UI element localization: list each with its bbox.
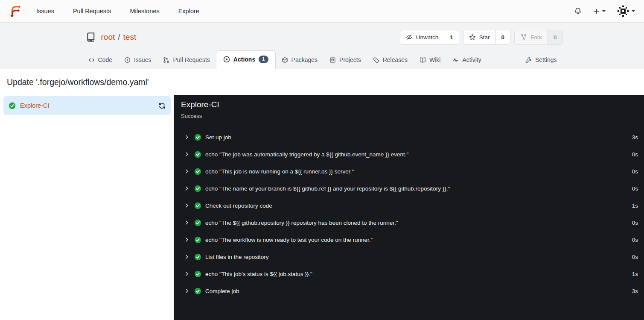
step-row[interactable]: echo "This job is now running on a ${{ r… — [174, 163, 644, 180]
repo-tab-bar: CodeIssuesPull RequestsActions1PackagesP… — [82, 50, 563, 69]
repo-path-separator: / — [118, 32, 120, 42]
job-status-text: Success — [181, 113, 637, 119]
step-duration: 0s — [632, 168, 638, 175]
step-name: echo "The workflow is now ready to test … — [205, 237, 373, 243]
commit-title: Update '.forgejo/workflows/demo.yaml' — [0, 69, 644, 95]
sync-icon — [158, 102, 166, 109]
main-content: Update '.forgejo/workflows/demo.yaml' Ex… — [0, 69, 644, 320]
step-row[interactable]: echo "The job was automatically triggere… — [174, 146, 644, 163]
check-circle-icon — [194, 168, 201, 175]
fork-button-group: Fork0 — [514, 30, 563, 45]
step-row[interactable]: List files in the repository0s — [174, 248, 644, 265]
step-row[interactable]: Set up job3s — [174, 129, 644, 146]
jobs-sidebar: Explore-CI — [0, 95, 174, 320]
step-duration: 0s — [632, 185, 638, 192]
repo-header: root / test Unwatch1Star0Fork0 CodeIssue… — [0, 23, 644, 69]
fork-button: Fork — [515, 30, 548, 44]
nav-link-issues[interactable]: Issues — [36, 8, 54, 15]
tab-releases[interactable]: Releases — [367, 52, 414, 69]
tab-wiki[interactable]: Wiki — [414, 52, 446, 69]
nav-link-pull-requests[interactable]: Pull Requests — [73, 8, 111, 15]
job-log-panel: Explore-CI Success Set up job3secho "The… — [174, 95, 644, 320]
job-list-item-explore-ci[interactable]: Explore-CI — [3, 96, 171, 115]
chevron-right-icon — [184, 186, 189, 191]
check-circle-icon — [194, 151, 201, 158]
create-new-button[interactable] — [593, 8, 606, 15]
check-circle-icon — [194, 134, 201, 141]
tab-packages[interactable]: Packages — [276, 52, 323, 69]
chevron-right-icon — [184, 271, 189, 276]
repo-action-buttons: Unwatch1Star0Fork0 — [400, 30, 563, 45]
fork-icon — [520, 34, 527, 41]
issues-icon — [124, 57, 131, 63]
step-row[interactable]: Complete job3s — [174, 282, 644, 299]
step-name: echo "The name of your branch is ${{ git… — [205, 185, 450, 192]
tab-badge: 1 — [259, 56, 268, 63]
star-icon — [469, 34, 476, 41]
tab-label: Actions — [233, 56, 255, 63]
code-icon — [88, 57, 95, 63]
tab-activity[interactable]: Activity — [446, 52, 487, 69]
book-icon — [420, 57, 426, 63]
forgejo-logo[interactable] — [9, 4, 22, 18]
rerun-job-button[interactable] — [158, 102, 166, 109]
nav-link-explore[interactable]: Explore — [178, 8, 199, 15]
job-steps-list: Set up job3secho "The job was automatica… — [174, 125, 644, 299]
step-duration: 0s — [632, 237, 638, 243]
chevron-right-icon — [184, 203, 189, 208]
plus-icon — [593, 8, 600, 15]
star-button[interactable]: Star — [463, 30, 495, 44]
step-row[interactable]: echo "The name of your branch is ${{ git… — [174, 180, 644, 197]
check-circle-icon — [194, 202, 201, 209]
star-count[interactable]: 0 — [495, 30, 510, 44]
step-duration: 0s — [632, 151, 638, 158]
tools-icon — [525, 57, 532, 63]
tab-label: Projects — [339, 56, 361, 63]
step-row[interactable]: echo "This job's status is ${{ job.statu… — [174, 265, 644, 282]
tab-issues[interactable]: Issues — [118, 52, 157, 69]
step-duration: 3s — [632, 134, 638, 141]
notifications-button[interactable] — [574, 7, 582, 15]
tab-label: Code — [98, 56, 112, 63]
tab-label: Settings — [535, 56, 557, 63]
tab-pull-requests[interactable]: Pull Requests — [157, 52, 216, 69]
projects-icon — [329, 57, 336, 63]
tab-label: Pull Requests — [173, 56, 210, 63]
chevron-right-icon — [184, 169, 189, 174]
repo-book-icon — [86, 32, 96, 42]
workflow-run-view: Explore-CI Explore-CI Success Set up job… — [0, 95, 644, 320]
step-name: echo "This job's status is ${{ job.statu… — [205, 271, 312, 277]
tab-settings[interactable]: Settings — [519, 52, 563, 69]
user-menu-button[interactable] — [617, 5, 635, 17]
top-navbar: IssuesPull RequestsMilestonesExplore — [0, 0, 644, 23]
eye-closed-icon — [406, 34, 413, 41]
step-row[interactable]: echo "The ${{ github.repository }} repos… — [174, 214, 644, 231]
step-duration: 1s — [632, 271, 638, 277]
tab-label: Issues — [134, 56, 151, 63]
actions-icon — [223, 56, 230, 63]
bell-icon — [574, 7, 582, 15]
repo-name-link[interactable]: test — [123, 32, 137, 42]
pulse-icon — [452, 57, 459, 63]
step-row[interactable]: echo "The workflow is now ready to test … — [174, 231, 644, 248]
check-circle-icon — [194, 185, 201, 192]
unwatch-count[interactable]: 1 — [444, 30, 459, 44]
check-circle-icon — [194, 236, 201, 244]
fork-label: Fork — [530, 34, 542, 41]
chevron-right-icon — [184, 152, 189, 157]
navbar-right — [574, 5, 635, 17]
step-duration: 3s — [632, 288, 638, 294]
step-name: echo "This job is now running on a ${{ r… — [205, 168, 354, 175]
step-row[interactable]: Check out repository code1s — [174, 197, 644, 214]
nav-link-milestones[interactable]: Milestones — [130, 8, 159, 15]
step-duration: 1s — [632, 203, 638, 209]
check-circle-icon — [194, 270, 201, 278]
chevron-right-icon — [184, 135, 189, 140]
tab-code[interactable]: Code — [82, 52, 118, 69]
tab-projects[interactable]: Projects — [323, 52, 367, 69]
tab-actions[interactable]: Actions1 — [216, 50, 276, 69]
repo-owner-link[interactable]: root — [101, 32, 115, 42]
package-icon — [282, 57, 288, 63]
unwatch-button[interactable]: Unwatch — [400, 30, 444, 44]
step-name: echo "The job was automatically triggere… — [205, 151, 408, 158]
